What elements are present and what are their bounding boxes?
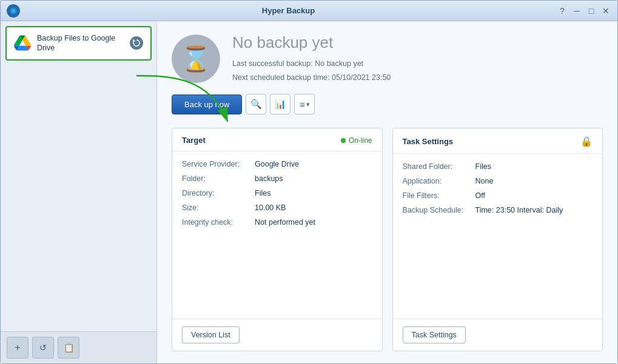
action-bar: Back up now 🔍 📊 ≡ ▾: [172, 94, 603, 114]
table-row: Directory: Files: [182, 189, 372, 197]
service-provider-label: Service Provider:: [182, 160, 255, 168]
integrity-label: Integrity check:: [182, 218, 255, 227]
folder-value: backups: [255, 174, 283, 183]
size-value: 10.00 KB: [255, 204, 286, 212]
application-label: Application:: [403, 177, 475, 185]
size-label: Size:: [182, 204, 255, 212]
hourglass-icon: ⌛: [172, 35, 220, 83]
shared-folder-value: Files: [475, 162, 491, 171]
service-provider-value: Google Drive: [255, 160, 299, 168]
file-filters-label: File Filters:: [403, 191, 475, 200]
task-settings-card-header: Task Settings 🔒: [393, 128, 603, 154]
last-backup-text: Last successful backup: No backup yet Ne…: [232, 57, 603, 84]
table-row: Application: None: [403, 177, 593, 185]
lock-icon: 🔒: [580, 136, 593, 147]
task-settings-card-title: Task Settings: [403, 137, 454, 146]
backup-schedule-label: Backup Schedule:: [403, 206, 475, 214]
online-badge: On-line: [341, 136, 372, 145]
table-row: Folder: backups: [182, 174, 372, 183]
shared-folder-label: Shared Folder:: [403, 162, 475, 171]
app-title: Hyper Backup: [20, 6, 557, 15]
target-card-body: Service Provider: Google Drive Folder: b…: [172, 151, 382, 319]
backup-info: No backup yet Last successful backup: No…: [232, 33, 603, 84]
application-value: None: [475, 177, 494, 185]
table-row: Service Provider: Google Drive: [182, 160, 372, 168]
target-card: Target On-line Service Provider: Google …: [172, 128, 383, 351]
table-row: Size: 10.00 KB: [182, 204, 372, 212]
close-button[interactable]: ✕: [600, 5, 611, 16]
backup-schedule-value: Time: 23:50 Interval: Daily: [475, 206, 563, 214]
more-options-button[interactable]: ≡ ▾: [294, 94, 315, 114]
statistics-button[interactable]: 📊: [270, 94, 291, 114]
backup-header: ⌛ No backup yet Last successful backup: …: [172, 33, 603, 84]
task-settings-card: Task Settings 🔒 Shared Folder: Files App…: [392, 128, 603, 351]
title-bar: Hyper Backup ? ─ □ ✕: [1, 1, 617, 21]
integrity-value: Not performed yet: [255, 218, 315, 227]
title-bar-left: [7, 4, 20, 18]
target-card-title: Target: [182, 136, 206, 145]
folder-label: Folder:: [182, 174, 255, 183]
sidebar-item-label: Backup Files to Google Drive: [37, 33, 124, 53]
online-dot: [341, 138, 346, 143]
log-button[interactable]: 📋: [58, 337, 79, 359]
file-filters-value: Off: [475, 191, 485, 200]
cards-container: Target On-line Service Provider: Google …: [172, 128, 603, 351]
next-scheduled-line: Next scheduled backup time: 05/10/2021 2…: [232, 71, 603, 85]
chart-icon: 📊: [275, 99, 286, 110]
target-card-footer: Version List: [172, 319, 382, 351]
maximize-button[interactable]: □: [586, 5, 597, 16]
directory-label: Directory:: [182, 189, 255, 197]
restore-button[interactable]: ↺: [32, 337, 54, 359]
search-icon: 🔍: [250, 99, 262, 110]
minimize-button[interactable]: ─: [571, 5, 582, 16]
search-backup-button[interactable]: 🔍: [246, 94, 266, 114]
main-content: Backup Files to Google Drive + ↺ 📋: [1, 21, 617, 363]
directory-value: Files: [255, 189, 270, 197]
task-settings-card-footer: Task Settings: [393, 319, 603, 351]
chevron-down-icon: ▾: [306, 101, 310, 108]
version-list-button[interactable]: Version List: [182, 326, 240, 343]
sync-icon: [130, 36, 143, 50]
sidebar-item-google-drive[interactable]: Backup Files to Google Drive: [5, 26, 152, 61]
menu-icon: ≡: [300, 99, 305, 110]
table-row: File Filters: Off: [403, 191, 593, 200]
online-label: On-line: [349, 136, 372, 145]
sidebar: Backup Files to Google Drive + ↺ 📋: [1, 21, 157, 363]
app-window: Hyper Backup ? ─ □ ✕ Backup Fil: [0, 0, 618, 364]
backup-now-button[interactable]: Back up now: [172, 94, 242, 114]
task-settings-card-body: Shared Folder: Files Application: None F…: [393, 154, 603, 319]
main-area: ⌛ No backup yet Last successful backup: …: [157, 21, 617, 363]
last-backup-line: Last successful backup: No backup yet: [232, 57, 603, 71]
add-backup-button[interactable]: +: [7, 337, 29, 359]
app-icon: [7, 4, 20, 18]
table-row: Backup Schedule: Time: 23:50 Interval: D…: [403, 206, 593, 214]
svg-point-2: [12, 9, 15, 13]
table-row: Integrity check: Not performed yet: [182, 218, 372, 227]
target-card-header: Target On-line: [172, 128, 382, 151]
help-button[interactable]: ?: [557, 5, 568, 16]
sidebar-footer: + ↺ 📋: [1, 331, 156, 363]
google-drive-icon: [14, 35, 31, 51]
title-bar-controls: ? ─ □ ✕: [557, 5, 611, 16]
task-settings-button[interactable]: Task Settings: [403, 326, 466, 343]
backup-title: No backup yet: [232, 33, 603, 52]
table-row: Shared Folder: Files: [403, 162, 593, 171]
